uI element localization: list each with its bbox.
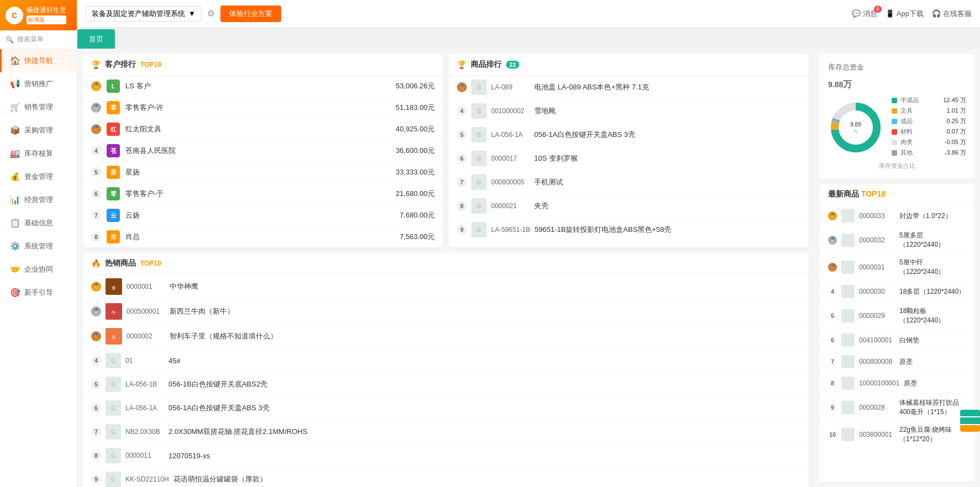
np-rank-8: 8: [828, 379, 837, 388]
sidebar-item-inventory[interactable]: 🏭 库存核算: [0, 142, 77, 165]
np-img-5: [841, 309, 855, 322]
search-label: 搜索菜单: [17, 35, 44, 44]
np-rank-5: 5: [828, 311, 837, 320]
goods-ranking-panel: 🏆 商品排行 22 🥉 G LA-089 电池盖 LA-089 ABS本色+黑种…: [449, 54, 809, 247]
np-code-7: 000800008: [859, 358, 895, 366]
marketing-icon: 📢: [10, 79, 20, 89]
hot-code-5: LA-056-1B: [125, 380, 164, 388]
goods-row-8: 8 G 0000021 夹壳: [449, 194, 809, 218]
new-products-panel: 最新商品 TOP10 🥇 0000033 封边带（1.0*22） 🥈 00000…: [820, 184, 974, 481]
legend-semifinished: 半成品 12.45 万: [892, 96, 966, 104]
goods-row-7: 7 G 000800005 手机测试: [449, 171, 809, 194]
sidebar-item-label: 营销推广: [24, 79, 53, 89]
hot-products-header: 🔥 热销商品 TOP10: [83, 253, 809, 274]
np-rank-7: 7: [828, 357, 837, 366]
customer-row-7: 7 云 云扬 7,680.00元: [83, 205, 443, 226]
customer-name-2: 零售客户-许: [125, 103, 390, 113]
goods-code-5: LA-056-1A: [491, 131, 530, 139]
inventory-title: 库存总资金: [828, 62, 966, 72]
np-name-3: 5厘中纤（1220*2440）: [899, 258, 966, 277]
system-selector[interactable]: 装备及固定资产辅助管理系统 ▼: [86, 6, 202, 22]
hot-rank-3: 🥉: [91, 331, 101, 341]
np-code-8: 10000100001: [859, 379, 899, 387]
float-customer-service[interactable]: 客服热线: [960, 410, 980, 416]
guide-icon: 🎯: [10, 288, 20, 298]
np-name-5: 18颗粒板（1220*2440）: [899, 306, 966, 325]
rank-num-g7: 7: [457, 177, 467, 187]
collab-icon: 🤝: [10, 264, 20, 274]
hot-prod-img-8: G: [106, 448, 121, 463]
np-code-5: 0000029: [859, 312, 895, 320]
goods-name-5: 056-1A白色按键开关盖ABS 3壳: [534, 130, 800, 140]
new-prod-4: 4 0000030 18多层（1220*2440）: [820, 281, 974, 303]
customer-row-4: 4 苍 苍南县人民医院 36,600.00元: [83, 140, 443, 162]
top10-badge: TOP10: [140, 61, 161, 68]
new-prod-1: 🥇 0000033 封边带（1.0*22）: [820, 205, 974, 227]
customer-name-1: LS 客户: [125, 81, 390, 91]
hot-products-title: 热销商品: [105, 258, 136, 268]
float-livestream[interactable]: 直播: [960, 425, 980, 432]
sidebar-item-finance[interactable]: 💰 资金管理: [0, 165, 77, 188]
np-code-4: 0000030: [859, 288, 895, 295]
sidebar-nav: 🏠 快捷导航 📢 营销推广 🛒 销售管理 📦 采购管理 🏭 库存核算 💰 资金管…: [0, 49, 77, 487]
goods-img-7: G: [471, 174, 487, 190]
customer-name-3: 红太阳文具: [125, 124, 390, 134]
tab-home[interactable]: 首页: [77, 29, 115, 49]
customer-avatar-1: L: [107, 80, 120, 93]
rank-medal-1: 🥇: [91, 81, 101, 91]
hot-name-5: 056-1B白色按键开关底ABS2壳: [168, 379, 800, 389]
sidebar-item-system[interactable]: ⚙️ 系统管理: [0, 235, 77, 258]
center-area: 🏆 客户排行 TOP10 🥇 L LS 客户 53,006.26元 🥈: [77, 49, 814, 487]
customer-avatar-5: 星: [107, 166, 120, 179]
logo-icon: C: [6, 7, 23, 24]
operation-icon: 📊: [10, 195, 20, 205]
hot-prod-4: 4 G 01 45#: [83, 349, 809, 373]
hot-top10: TOP10: [140, 260, 161, 267]
new-prod-5: 5 0000029 18颗粒板（1220*2440）: [820, 303, 974, 330]
goods-ranking-title: 商品排行: [471, 60, 502, 70]
customer-amount-6: 21,680.00元: [396, 189, 435, 199]
sidebar-item-sales[interactable]: 🛒 销售管理: [0, 96, 77, 119]
settings-icon[interactable]: ⚙: [207, 8, 215, 19]
legend-dot-1: [892, 98, 897, 103]
trial-button[interactable]: 体验行业方案: [220, 6, 281, 22]
customer-avatar-6: 零: [107, 187, 120, 200]
search-icon: 🔍: [6, 36, 14, 44]
goods-row-5: 5 G LA-056-1A 056-1A白色按键开关盖ABS 3壳: [449, 123, 809, 147]
sidebar-item-label: 新手引导: [24, 288, 53, 298]
sidebar-item-label: 企业协同: [24, 264, 53, 274]
sidebar-search[interactable]: 🔍 搜索菜单: [0, 30, 77, 49]
sidebar-item-collab[interactable]: 🤝 企业协同: [0, 258, 77, 281]
rank-medal-2: 🥈: [91, 103, 101, 113]
customer-row-6: 6 零 零售客户-于 21,680.00元: [83, 183, 443, 205]
np-rank-10: 10: [828, 430, 837, 439]
sidebar-item-basic[interactable]: 📋 基础信息: [0, 211, 77, 235]
app-download-button[interactable]: 📱 App下载: [886, 9, 924, 19]
np-name-10: 22g鱼豆腐·烧烤味（1*12*20）: [899, 425, 966, 444]
goods-name-4: 雪地靴: [534, 106, 800, 116]
np-name-4: 18多层（1220*2440）: [899, 287, 966, 297]
hot-name-9: 花语萌恒温分罐罐袋（厚款）: [173, 474, 800, 484]
customer-row-1: 🥇 L LS 客户 53,006.26元: [83, 76, 443, 97]
np-name-7: 原垄: [899, 357, 966, 367]
np-rank-3: 🥉: [828, 263, 837, 272]
np-img-7: [841, 355, 855, 368]
customer-avatar-7: 云: [107, 209, 120, 222]
message-button[interactable]: 💬 消息 6: [852, 9, 877, 19]
hot-rank-9: 9: [91, 474, 101, 484]
float-community[interactable]: 服务社区: [960, 417, 980, 424]
message-badge: 6: [874, 6, 882, 13]
sidebar-item-quicknav[interactable]: 🏠 快捷导航: [0, 49, 77, 72]
sidebar-item-guide[interactable]: 🎯 新手引导: [0, 281, 77, 304]
rank-num-4: 4: [91, 146, 101, 156]
sidebar-item-purchase[interactable]: 📦 采购管理: [0, 119, 77, 142]
rank-medal-3: 🥉: [91, 124, 101, 134]
sidebar-item-operation[interactable]: 📊 经营管理: [0, 188, 77, 211]
np-name-1: 封边带（1.0*22）: [899, 211, 966, 221]
customer-service-button[interactable]: 🎧 在线客服: [932, 9, 972, 19]
home-icon: 🏠: [10, 56, 20, 66]
hot-name-8: 12070519-xs: [168, 452, 800, 460]
sidebar-item-marketing[interactable]: 📢 营销推广: [0, 72, 77, 96]
hot-code-7: NB2.0X30B: [125, 428, 164, 436]
customer-row-3: 🥉 红 红太阳文具 40,925.00元: [83, 119, 443, 140]
